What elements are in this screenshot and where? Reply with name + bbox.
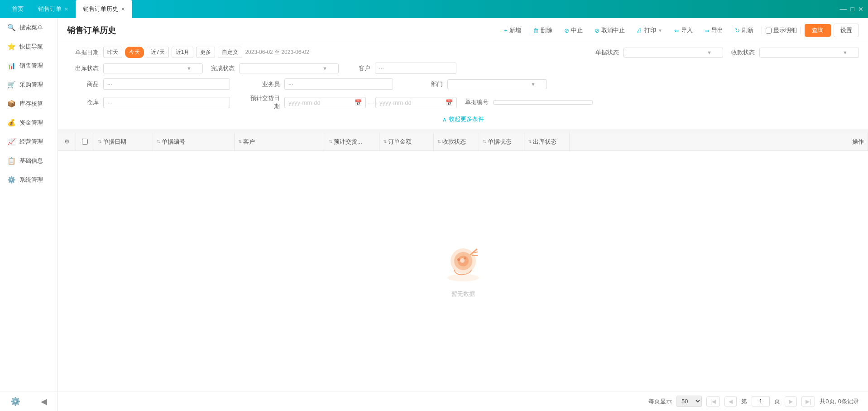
tab-sales-order-history-close[interactable]: ✕ [121,6,125,12]
customer-input[interactable]: ··· [375,63,456,74]
settings-icon: ⚙ [64,138,70,145]
window-minimize-icon[interactable]: — [840,5,847,13]
tab-sales-order-history[interactable]: 销售订单历史 ✕ [76,0,132,18]
sidebar-item-finance[interactable]: 💰 资金管理 [0,113,58,132]
cancel-stop-button[interactable]: ⊘ 取消中止 [590,24,629,37]
window-maximize-icon[interactable]: □ [851,5,854,13]
next-page-button[interactable]: ▶ [785,396,797,406]
bill-status-select[interactable]: ▼ [623,48,723,58]
settings-bottom-icon[interactable]: ⚙️ [10,396,20,406]
filter-row-1: 单据日期 昨天 今天 近7天 近1月 更多 自定义 2023-06-02 至 2… [67,47,859,58]
complete-select[interactable]: ▼ [239,63,339,73]
date-7days-btn[interactable]: 近7天 [147,47,169,58]
table-header: ⚙ ⇅ 单据日期 ⇅ 单据编号 ⇅ 客户 ⇅ [58,133,868,151]
empty-illustration [441,244,486,285]
page-number-input[interactable] [752,396,770,406]
department-label: 部门 [411,80,447,88]
sort-icon-2: ⇅ [157,139,160,144]
stop-button[interactable]: ⊘ 中止 [560,24,587,37]
th-number[interactable]: ⇅ 单据编号 [153,133,235,150]
tab-sales-order[interactable]: 销售订单 ✕ [31,0,76,18]
prev-page-button[interactable]: ◀ [724,396,737,406]
print-button[interactable]: 🖨 打印 ▼ [632,24,667,37]
th-outbound[interactable]: ⇅ 出库状态 [524,133,570,150]
window-close-icon[interactable]: ✕ [858,5,863,13]
date-more-btn[interactable]: 更多 [196,47,215,58]
complete-label: 完成状态 [203,64,239,73]
outbound-arrow-icon: ▼ [187,66,192,71]
calendar-start-icon[interactable]: 📅 [355,99,362,106]
date-today-btn[interactable]: 今天 [125,47,144,58]
svg-point-7 [460,258,465,263]
salesperson-input[interactable]: ··· [284,78,393,90]
salesperson-more-icon: ··· [288,81,293,87]
show-detail-label: 显示明细 [773,26,797,34]
bill-status-control[interactable]: ▼ [623,48,723,58]
th-amount-label: 订单金额 [388,138,412,146]
th-payment[interactable]: ⇅ 收款状态 [434,133,479,150]
th-settings[interactable]: ⚙ [58,133,76,150]
bill-number-input[interactable] [493,100,593,105]
empty-text: 暂无数据 [451,290,475,298]
department-control: ▼ [447,79,859,89]
sidebar-item-operation-label: 经营管理 [19,138,43,146]
sidebar-item-sales[interactable]: 📊 销售管理 [0,56,58,75]
warehouse-input[interactable]: ··· [103,97,230,108]
sidebar-item-purchase[interactable]: 🛒 采购管理 [0,75,58,94]
date-1month-btn[interactable]: 近1月 [172,47,194,58]
purchase-icon: 🛒 [7,81,16,89]
tab-bar: 首页 销售订单 ✕ 销售订单历史 ✕ [5,0,840,18]
select-all-checkbox[interactable] [82,139,88,145]
sidebar-item-basic-info[interactable]: 📋 基础信息 [0,151,58,170]
payment-status-select[interactable]: ▼ [759,48,859,58]
delete-icon: 🗑 [533,27,539,34]
sidebar-item-system[interactable]: ⚙️ 系统管理 [0,170,58,189]
empty-state: 暂无数据 [58,151,868,391]
refresh-button[interactable]: ↻ 刷新 [730,24,758,37]
sort-icon-7: ⇅ [483,139,486,144]
star-icon: ⭐ [7,43,16,51]
th-checkbox[interactable] [76,133,94,150]
collapse-sidebar-icon[interactable]: ◀ [41,396,47,406]
per-page-label: 每页显示 [648,397,672,406]
date-yesterday-btn[interactable]: 昨天 [103,47,122,58]
date-custom-btn[interactable]: 自定义 [218,47,242,58]
th-customer[interactable]: ⇅ 客户 [235,133,325,150]
show-detail-checkbox-label[interactable]: 显示明细 [766,26,797,34]
sidebar-item-inventory[interactable]: 📦 库存核算 [0,94,58,113]
per-page-select[interactable]: 50 100 200 [676,396,702,407]
bill-number-label: 单据编号 [457,98,493,106]
sidebar: 🔍 搜索菜单 ⭐ 快捷导航 📊 销售管理 🛒 采购管理 📦 库存核算 💰 资金管… [0,18,58,411]
import-button[interactable]: ⇐ 导入 [670,24,697,37]
query-button[interactable]: 查询 [805,24,831,37]
first-page-button[interactable]: |◀ [706,396,720,406]
outbound-select[interactable]: ▼ [103,63,203,73]
tab-sales-order-close[interactable]: ✕ [64,6,68,12]
customer-label: 客户 [339,64,375,73]
sidebar-item-search[interactable]: 🔍 搜索菜单 [0,18,58,37]
setting-button[interactable]: 设置 [834,24,859,37]
import-icon: ⇐ [674,27,679,34]
export-button[interactable]: ⇒ 导出 [700,24,728,37]
svg-point-9 [464,257,466,259]
new-button[interactable]: + 新增 [500,24,526,37]
sidebar-item-operation[interactable]: 📈 经营管理 [0,132,58,151]
tab-home[interactable]: 首页 [5,0,31,18]
show-detail-checkbox[interactable] [766,28,772,34]
th-status[interactable]: ⇅ 单据状态 [479,133,524,150]
delivery-end-input[interactable]: yyyy-mm-dd 📅 [375,97,457,108]
sidebar-item-quick-nav[interactable]: ⭐ 快捷导航 [0,37,58,56]
delivery-start-input[interactable]: yyyy-mm-dd 📅 [284,97,366,108]
th-delivery[interactable]: ⇅ 预计交货... [325,133,379,150]
complete-arrow-icon: ▼ [322,66,327,71]
delete-button[interactable]: 🗑 删除 [528,24,557,37]
th-date[interactable]: ⇅ 单据日期 [94,133,153,150]
department-select[interactable]: ▼ [447,79,547,89]
goods-input[interactable]: ··· [103,78,230,90]
page-header: 销售订单历史 + 新增 🗑 删除 ⊘ 中止 ⊘ 取消中止 [58,18,868,41]
collapse-row[interactable]: ∧ 收起更多条件 [67,115,859,123]
last-page-button[interactable]: ▶| [801,396,815,406]
th-amount[interactable]: ⇅ 订单金额 [379,133,434,150]
outbound-label: 出库状态 [67,64,103,73]
calendar-end-icon[interactable]: 📅 [446,99,453,106]
